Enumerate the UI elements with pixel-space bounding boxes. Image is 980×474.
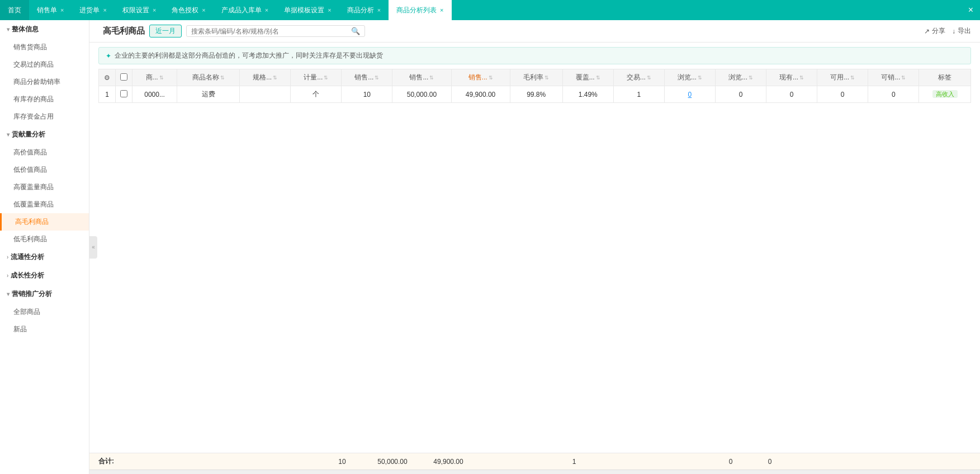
row-select-checkbox[interactable]	[120, 90, 127, 97]
sidebar-group-growth[interactable]: › 成长性分析	[0, 266, 89, 285]
nav-role-close[interactable]: ×	[202, 7, 205, 13]
arrow-liquidity: ›	[7, 254, 8, 260]
row-sales-count: 10	[342, 86, 392, 103]
share-button[interactable]: ↗ 分享	[924, 26, 945, 36]
col-checkbox[interactable]	[116, 69, 132, 86]
sidebar: ▾ 整体信息 销售货商品 交易过的商品 商品分龄助销率 有库存的商品 库存资金占…	[0, 20, 89, 474]
col-coverage[interactable]: 覆盖...⇅	[562, 69, 613, 86]
row-tag: 高收入	[919, 86, 971, 103]
col-view1[interactable]: 浏览...⇅	[664, 69, 715, 86]
nav-sales[interactable]: 销售单 ×	[29, 0, 72, 20]
nav-role[interactable]: 角色授权 ×	[164, 0, 213, 20]
row-sales-amount: 50,000.00	[392, 86, 451, 103]
sidebar-item-traded-goods[interactable]: 交易过的商品	[0, 56, 89, 73]
sidebar-item-high-value[interactable]: 高价值商品	[0, 144, 89, 161]
search-icon[interactable]: 🔍	[351, 27, 360, 35]
row-transaction: 1	[613, 86, 664, 103]
col-sales-count[interactable]: 销售...⇅	[342, 69, 392, 86]
nav-permission[interactable]: 权限设置 ×	[115, 0, 164, 20]
row-gross-margin: 99.8%	[510, 86, 562, 103]
nav-home[interactable]: 首页	[0, 0, 29, 20]
nav-product-close[interactable]: ×	[265, 7, 268, 13]
sidebar-group-marketing[interactable]: ▾ 营销推广分析	[0, 285, 89, 303]
export-icon: ↓	[952, 27, 955, 35]
footer-available: 0	[711, 458, 750, 466]
col-view2[interactable]: 浏览...⇅	[715, 69, 766, 86]
content-area: « 高毛利商品 近一月 🔍 ↗ 分享 ↓ 导出 ✦ 企	[89, 20, 980, 474]
row-view1[interactable]: 0	[664, 86, 715, 103]
arrow-growth: ›	[7, 273, 8, 279]
col-transaction[interactable]: 交易...⇅	[613, 69, 664, 86]
arrow-contribution: ▾	[7, 132, 10, 138]
row-coverage: 1.49%	[562, 86, 613, 103]
table-row: 1 0000... 运费 个 10 50,000.00 49,900.00 99…	[99, 86, 971, 103]
sidebar-item-new-goods[interactable]: 新品	[0, 321, 89, 338]
sidebar-item-sales-goods[interactable]: 销售货商品	[0, 39, 89, 56]
select-all-checkbox[interactable]	[120, 73, 127, 81]
nav-goods-analysis[interactable]: 商品分析 ×	[339, 0, 389, 20]
table-container: ⚙ 商...⇅ 商品名称⇅ 规格...⇅ 计量...⇅ 销售...⇅ 销售...…	[89, 69, 980, 453]
row-sellable: 0	[868, 86, 919, 103]
sidebar-group-liquidity[interactable]: › 流通性分析	[0, 248, 89, 266]
goods-table: ⚙ 商...⇅ 商品名称⇅ 规格...⇅ 计量...⇅ 销售...⇅ 销售...…	[98, 69, 971, 103]
sidebar-item-low-value[interactable]: 低价值商品	[0, 161, 89, 179]
info-text: 企业的主要的利润都是这部分商品创造的，可考虑加大推广，同时关注库存是不要出现缺货	[115, 51, 383, 60]
sidebar-collapse-button[interactable]: «	[89, 236, 97, 259]
search-input[interactable]	[191, 27, 351, 35]
sidebar-item-low-margin[interactable]: 低毛利商品	[0, 231, 89, 248]
col-unit[interactable]: 计量...⇅	[291, 69, 342, 86]
col-sales-amount[interactable]: 销售...⇅	[392, 69, 451, 86]
nav-goods-analysis-list[interactable]: 商品分析列表 ×	[389, 0, 451, 20]
sidebar-item-age-rate[interactable]: 商品分龄助销率	[0, 73, 89, 91]
footer-sales-amount: 50,000.00	[364, 458, 420, 466]
sidebar-item-high-coverage[interactable]: 高覆盖量商品	[0, 179, 89, 196]
row-view2: 0	[715, 86, 766, 103]
nav-permission-close[interactable]: ×	[153, 7, 156, 13]
bottom-scrollbar[interactable]	[89, 470, 980, 474]
page-title: 高毛利商品	[103, 26, 145, 36]
col-sales-profit[interactable]: 销售...⇅	[451, 69, 510, 86]
arrow-marketing: ▾	[7, 291, 10, 297]
nav-product-inbound[interactable]: 产成品入库单 ×	[214, 0, 276, 20]
time-filter-button[interactable]: 近一月	[149, 25, 182, 37]
nav-template-close[interactable]: ×	[328, 7, 331, 13]
col-gross-margin[interactable]: 毛利率⇅	[510, 69, 562, 86]
nav-close-all-button[interactable]: ×	[962, 0, 980, 20]
col-settings[interactable]: ⚙	[99, 69, 116, 86]
col-current-stock[interactable]: 现有...⇅	[766, 69, 817, 86]
sidebar-item-all-goods[interactable]: 全部商品	[0, 303, 89, 321]
row-unit: 个	[291, 86, 342, 103]
top-nav: 首页 销售单 × 进货单 × 权限设置 × 角色授权 × 产成品入库单 × 单据…	[0, 0, 980, 20]
nav-goods-list-close[interactable]: ×	[440, 7, 443, 13]
footer-sales-count: 10	[320, 458, 364, 466]
nav-goods-close[interactable]: ×	[377, 7, 381, 13]
sidebar-group-overall[interactable]: ▾ 整体信息	[0, 20, 89, 39]
nav-purchase[interactable]: 进货单 ×	[72, 0, 114, 20]
row-index: 1	[99, 86, 116, 103]
row-checkbox[interactable]	[116, 86, 132, 103]
col-name[interactable]: 商品名称⇅	[177, 69, 240, 86]
footer-total-bar: 合计: 10 50,000.00 49,900.00 1 0 0	[89, 453, 980, 470]
export-button[interactable]: ↓ 导出	[952, 26, 971, 36]
share-icon: ↗	[924, 27, 930, 35]
col-sellable[interactable]: 可销...⇅	[868, 69, 919, 86]
row-sales-profit: 49,900.00	[451, 86, 510, 103]
footer-sellable: 0	[750, 458, 789, 466]
col-code[interactable]: 商...⇅	[132, 69, 177, 86]
nav-purchase-close[interactable]: ×	[103, 7, 106, 13]
sidebar-item-stock-capital[interactable]: 库存资金占用	[0, 108, 89, 125]
col-spec[interactable]: 规格...⇅	[240, 69, 291, 86]
arrow-overall: ▾	[7, 26, 10, 32]
info-icon: ✦	[106, 52, 111, 60]
sidebar-item-low-coverage[interactable]: 低覆盖量商品	[0, 196, 89, 213]
sidebar-item-high-margin[interactable]: 高毛利商品	[0, 213, 89, 231]
row-current-stock: 0	[766, 86, 817, 103]
nav-sales-close[interactable]: ×	[60, 7, 64, 13]
row-view1-link[interactable]: 0	[688, 91, 692, 98]
sidebar-item-stock-goods[interactable]: 有库存的商品	[0, 91, 89, 108]
nav-template[interactable]: 单据模板设置 ×	[276, 0, 339, 20]
col-tag[interactable]: 标签	[919, 69, 971, 86]
row-code: 0000...	[132, 86, 177, 103]
sidebar-group-contribution[interactable]: ▾ 贡献量分析	[0, 125, 89, 144]
col-available[interactable]: 可用...⇅	[817, 69, 868, 86]
